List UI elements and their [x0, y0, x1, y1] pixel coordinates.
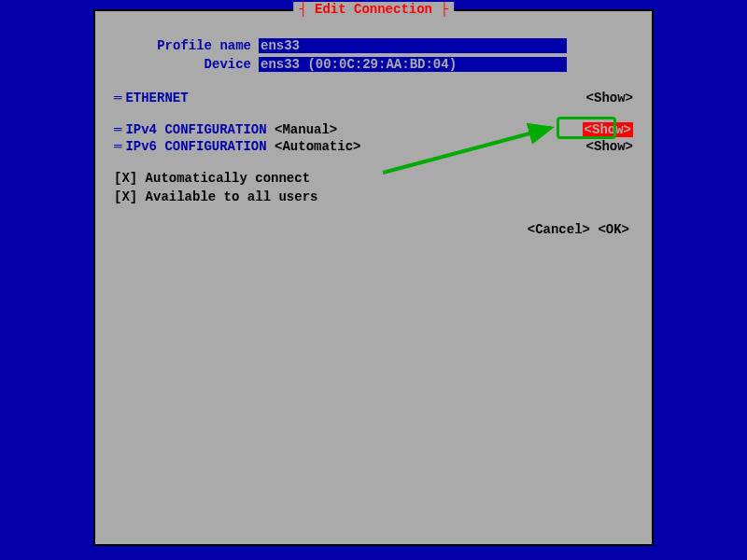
- ipv4-mode-button[interactable]: <Manual>: [275, 122, 337, 137]
- device-label: Device: [114, 57, 259, 72]
- cancel-button[interactable]: <Cancel>: [528, 222, 590, 237]
- ethernet-label: ETHERNET: [125, 91, 188, 105]
- all-users-checkbox[interactable]: [X] Available to all users: [114, 189, 317, 204]
- auto-connect-checkbox[interactable]: [X] Automatically connect: [114, 171, 310, 186]
- ipv6-show-button[interactable]: <Show>: [586, 139, 633, 154]
- section-marker-icon: ═: [114, 91, 121, 105]
- all-users-row: [X] Available to all users: [114, 189, 633, 205]
- dialog-title: ┤ Edit Connection ├: [293, 2, 454, 17]
- profile-name-input[interactable]: ens33: [259, 38, 567, 53]
- ipv4-row: ═ IPv4 CONFIGURATION <Manual> <Show>: [114, 121, 633, 138]
- section-marker-icon: ═: [114, 139, 121, 154]
- profile-name-label: Profile name: [114, 38, 259, 53]
- section-marker-icon: ═: [114, 122, 121, 137]
- ok-button[interactable]: <OK>: [598, 222, 629, 237]
- ipv6-label: IPv6 CONFIGURATION: [125, 139, 266, 154]
- ipv6-row: ═ IPv6 CONFIGURATION <Automatic> <Show>: [114, 138, 633, 155]
- ethernet-show-button[interactable]: <Show>: [586, 91, 633, 105]
- auto-connect-row: [X] Automatically connect: [114, 170, 633, 187]
- dialog-button-bar: <Cancel> <OK>: [114, 222, 633, 237]
- profile-name-row: Profile name ens33: [114, 37, 633, 54]
- edit-connection-dialog: ┤ Edit Connection ├ Profile name ens33 D…: [93, 9, 654, 546]
- ethernet-row: ═ ETHERNET <Show>: [114, 90, 633, 106]
- ipv6-mode-button[interactable]: <Automatic>: [275, 139, 360, 154]
- ipv4-show-button[interactable]: <Show>: [583, 122, 633, 137]
- device-input[interactable]: ens33 (00:0C:29:AA:BD:04): [259, 57, 567, 72]
- device-row: Device ens33 (00:0C:29:AA:BD:04): [114, 56, 633, 73]
- ipv4-label: IPv4 CONFIGURATION: [125, 122, 266, 137]
- dialog-content: Profile name ens33 Device ens33 (00:0C:2…: [95, 11, 652, 254]
